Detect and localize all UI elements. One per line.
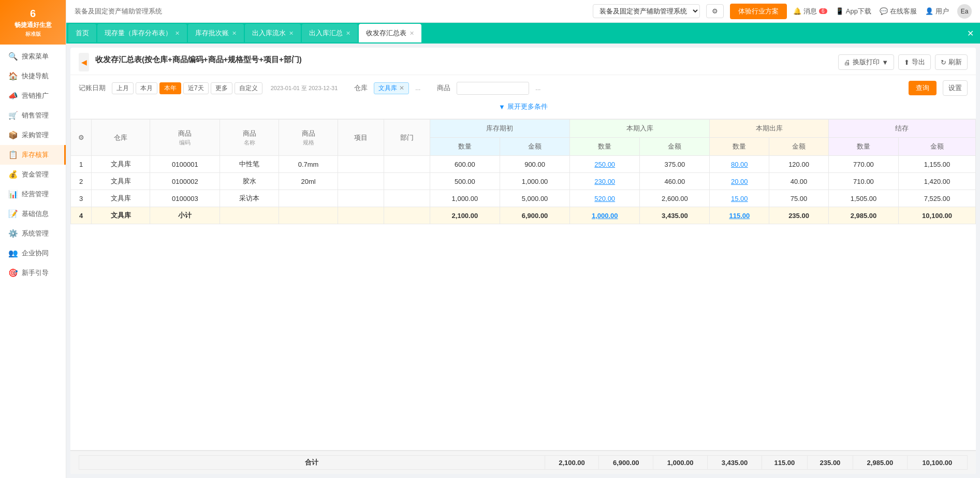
sidebar-item-guide[interactable]: 🎯 新手引导 <box>0 263 66 283</box>
refresh-label: 刷新 <box>948 57 962 67</box>
sidebar-item-purchase[interactable]: 📦 采购管理 <box>0 125 66 145</box>
tab-batch-account[interactable]: 库存批次账 ✕ <box>188 24 244 42</box>
online-service-label: 在线客服 <box>890 7 917 16</box>
tab-flow[interactable]: 出入库流水 ✕ <box>245 24 301 42</box>
tab-summary[interactable]: 出入库汇总 ✕ <box>302 24 358 42</box>
gear-button[interactable]: ⚙ <box>706 4 724 18</box>
export-button[interactable]: ⬆ 导出 <box>898 54 931 70</box>
subtotal-name <box>220 207 279 224</box>
sidebar-item-collaboration[interactable]: 👥 企业协同 <box>0 243 66 263</box>
page-title: 收发存汇总表(按仓库+商品编码+商品+规格型号+项目+部门) <box>95 55 302 65</box>
basic-info-icon: 📝 <box>8 209 18 219</box>
close-all-tabs-button[interactable]: ✕ <box>963 28 978 38</box>
purchase-icon: 📦 <box>8 131 18 140</box>
tab-close-icon[interactable]: ✕ <box>175 30 180 37</box>
tab-batch-account-label: 库存批次账 <box>195 28 229 38</box>
row-no: 2 <box>71 173 92 190</box>
warehouse-remove-button[interactable]: ✕ <box>399 84 404 92</box>
subtotal-in-amt: 3,435.00 <box>640 207 710 224</box>
print-label: 换版打印 <box>853 57 880 67</box>
sidebar-item-system[interactable]: ⚙️ 系统管理 <box>0 224 66 243</box>
app-download-button[interactable]: 📱 App下载 <box>836 7 871 16</box>
subtotal-in-qty-link[interactable]: 1,000.00 <box>592 212 618 220</box>
sidebar-item-basic-info[interactable]: 📝 基础信息 <box>0 204 66 224</box>
subtotal-no: 4 <box>71 207 92 224</box>
th-opening-stock: 库存期初 <box>430 120 569 138</box>
refresh-button[interactable]: ↻ 刷新 <box>935 54 968 70</box>
date-btn-this-year[interactable]: 本年 <box>159 82 181 94</box>
sidebar-item-finance[interactable]: 💰 资金管理 <box>0 165 66 184</box>
print-button[interactable]: 🖨 换版打印 ▼ <box>838 54 894 70</box>
sidebar-item-label: 营销推广 <box>22 91 49 100</box>
tab-home[interactable]: 首页 <box>68 24 96 42</box>
row-dept <box>384 156 430 173</box>
expand-label: 展开更多条件 <box>507 102 548 111</box>
subtotal-open-amt: 6,900.00 <box>500 207 569 224</box>
user-label: 用户 <box>935 7 949 16</box>
goods-input[interactable] <box>457 82 529 95</box>
try-industry-button[interactable]: 体验行业方案 <box>730 4 787 19</box>
tab-close-icon[interactable]: ✕ <box>346 30 350 37</box>
online-service-button[interactable]: 💬 在线客服 <box>880 7 917 16</box>
sidebar-item-label: 采购管理 <box>22 131 49 140</box>
date-btn-custom[interactable]: 自定义 <box>235 82 262 94</box>
row-in-amt: 460.00 <box>640 173 710 190</box>
tab-flow-label: 出入库流水 <box>252 28 286 38</box>
out-qty-link[interactable]: 20.00 <box>731 178 748 185</box>
sidebar-item-operations[interactable]: 📊 经营管理 <box>0 184 66 204</box>
row-bal-qty: 1,505.00 <box>828 190 898 207</box>
sidebar-item-label: 销售管理 <box>22 111 49 120</box>
collapse-button[interactable]: ◀ <box>79 53 89 71</box>
settings-button[interactable]: 设置 <box>943 80 968 96</box>
finance-icon: 💰 <box>8 170 18 179</box>
expand-more-conditions-button[interactable]: ▼ 展开更多条件 <box>79 100 968 113</box>
tab-current-stock[interactable]: 现存量（库存分布表） ✕ <box>97 24 187 42</box>
in-qty-link[interactable]: 250.00 <box>594 161 615 168</box>
tab-receive-send-summary[interactable]: 收发存汇总表 ✕ <box>359 24 421 42</box>
goods-more-button[interactable]: ... <box>535 84 540 92</box>
row-open-qty: 600.00 <box>430 156 500 173</box>
row-in-amt: 2,600.00 <box>640 190 710 207</box>
subtotal-out-qty-link[interactable]: 115.00 <box>729 212 750 220</box>
out-qty-link[interactable]: 80.00 <box>731 161 748 168</box>
sidebar-item-label: 基础信息 <box>22 209 49 219</box>
sidebar-item-marketing[interactable]: 📣 营销推广 <box>0 86 66 106</box>
search-icon: 🔍 <box>8 52 18 61</box>
notification-label: 消息 <box>803 7 817 16</box>
out-qty-link[interactable]: 15.00 <box>731 195 748 202</box>
warehouse-more-button[interactable]: ... <box>415 84 420 92</box>
in-qty-link[interactable]: 520.00 <box>594 195 615 202</box>
content-panel: ◀ 收发存汇总表(按仓库+商品编码+商品+规格型号+项目+部门) 🖨 换版打印 … <box>70 48 976 474</box>
date-btn-last-month[interactable]: 上月 <box>112 82 134 94</box>
subtotal-spec <box>279 207 338 224</box>
date-btn-more[interactable]: 更多 <box>211 82 232 94</box>
row-in-qty: 250.00 <box>570 156 640 173</box>
query-button[interactable]: 查询 <box>909 81 937 95</box>
tab-close-icon[interactable]: ✕ <box>232 30 237 37</box>
th-open-amt: 金额 <box>500 138 569 156</box>
app-dropdown[interactable]: 装备及固定资产辅助管理系统 <box>593 4 700 18</box>
user-menu-button[interactable]: 👤 用户 <box>925 7 949 16</box>
row-spec <box>279 190 338 207</box>
footer-label: 合计 <box>79 456 545 470</box>
in-qty-link[interactable]: 230.00 <box>594 178 615 185</box>
row-bal-qty: 710.00 <box>828 173 898 190</box>
tab-close-icon[interactable]: ✕ <box>289 30 294 37</box>
row-out-amt: 120.00 <box>769 156 829 173</box>
sidebar-item-nav[interactable]: 🏠 快捷导航 <box>0 66 66 86</box>
date-btn-this-month[interactable]: 本月 <box>136 82 157 94</box>
footer-in-amt: 3,435.00 <box>708 456 762 470</box>
date-range-display: 2023-01-01 至 2023-12-31 <box>271 84 338 92</box>
expand-icon: ▼ <box>499 103 505 111</box>
subtotal-row: 4 文具库 小计 2,100.00 6,900.00 1,000.00 3,43… <box>71 207 976 224</box>
tab-receive-send-label: 收发存汇总表 <box>366 28 406 38</box>
sidebar-item-label: 系统管理 <box>22 229 49 238</box>
table-row: 3 文具库 0100003 采访本 1,000.00 5,000.00 520.… <box>71 190 976 207</box>
sidebar-item-search[interactable]: 🔍 搜索菜单 <box>0 47 66 66</box>
notification-button[interactable]: 🔔 消息 6 <box>793 7 827 16</box>
sidebar-item-sales[interactable]: 🛒 销售管理 <box>0 106 66 125</box>
date-btn-7days[interactable]: 近7天 <box>183 82 209 94</box>
tab-close-icon[interactable]: ✕ <box>409 30 414 37</box>
sidebar-item-inventory[interactable]: 📋 库存核算 <box>0 145 66 165</box>
avatar[interactable]: Ea <box>957 4 972 19</box>
